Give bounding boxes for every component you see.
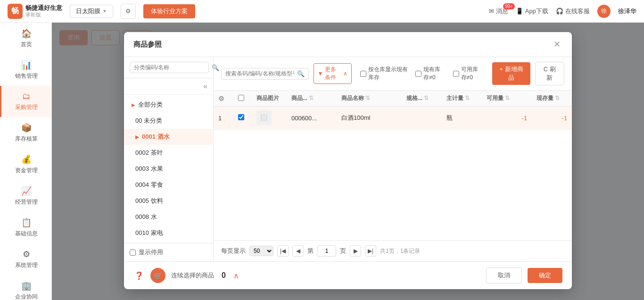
sidebar-item-system[interactable]: ⚙ 系统管理: [0, 243, 51, 275]
category-item-label: 全部分类: [138, 100, 163, 109]
warehouse-checkbox-input[interactable]: [360, 71, 366, 77]
sidebar-item-enterprise[interactable]: 🏢 企业协同: [0, 275, 51, 300]
sidebar-item-home[interactable]: 🏠 首页: [0, 23, 51, 54]
sidebar-item-inventory[interactable]: 📦 库存核算: [0, 117, 51, 149]
cancel-button[interactable]: 取消: [486, 267, 522, 283]
category-item-label: 0005 饮料: [135, 197, 163, 205]
category-item-unclassified[interactable]: 00 未分类: [124, 113, 213, 129]
show-disabled-checkbox[interactable]: [130, 250, 136, 256]
category-item-water[interactable]: 0008 水: [124, 209, 213, 225]
sidebar-item-label: 采购管理: [15, 103, 38, 111]
row-checkbox[interactable]: [233, 107, 251, 130]
search-icon[interactable]: 🔍: [297, 70, 305, 77]
sidebar-item-sales[interactable]: 📊 销售管理: [0, 54, 51, 86]
org-selector[interactable]: 日太阳膜 ▼: [70, 5, 113, 18]
filter-button[interactable]: ▼ 更多条件 ∧: [314, 63, 352, 84]
avail-gt0-input[interactable]: [453, 71, 459, 77]
avail-gt0-checkbox[interactable]: 可用库存≠0: [453, 66, 483, 82]
message-icon: ✉: [489, 8, 494, 15]
category-item-appliances[interactable]: 0010 家电: [124, 225, 213, 241]
last-page-button[interactable]: ▶|: [365, 245, 376, 257]
row-product-name: 白酒100ml: [337, 107, 402, 130]
help-icon[interactable]: ❓: [133, 270, 145, 281]
stock-gt0-input[interactable]: [415, 71, 421, 77]
warehouse-display-checkbox[interactable]: 按仓库显示现有库存: [360, 66, 408, 82]
category-item-drinks[interactable]: 0005 饮料: [124, 193, 213, 209]
category-item-label: 0003 水果: [135, 165, 163, 173]
product-search-input[interactable]: [225, 70, 294, 77]
category-item-all[interactable]: ▶ 全部分类: [124, 97, 213, 113]
page-number-input[interactable]: [317, 245, 336, 257]
row-select-checkbox[interactable]: [238, 114, 244, 120]
th-product-spec[interactable]: 规格...: [402, 91, 442, 107]
sidebar-item-basic-info[interactable]: 📋 基础信息: [0, 212, 51, 243]
next-page-button[interactable]: ▶: [350, 245, 361, 257]
filter-icon: ▼: [318, 70, 323, 77]
modal-footer: ❓ 🛒 连续选择的商品 0 ∧ 取消 确定: [124, 261, 572, 289]
trial-button[interactable]: 体验行业方案: [143, 4, 195, 18]
th-available-qty[interactable]: 可用量: [482, 91, 532, 107]
th-checkbox[interactable]: [233, 91, 251, 107]
sales-icon: 📊: [21, 60, 32, 70]
avatar[interactable]: 徐: [597, 5, 611, 18]
modal-body: 🔍 « ▶ 全部分类 00 未分类: [124, 57, 572, 261]
row-product-unit: 瓶: [442, 107, 482, 130]
sidebar: 🏠 首页 📊 销售管理 🗂 采购管理 📦 库存核算 💰 资金管理 📈 经营管理 …: [0, 23, 52, 300]
first-page-button[interactable]: |◀: [277, 245, 289, 257]
sidebar-item-operations[interactable]: 📈 经营管理: [0, 180, 51, 212]
sidebar-item-purchase[interactable]: 🗂 采购管理: [0, 86, 51, 117]
th-product-unit[interactable]: 主计量: [442, 91, 482, 107]
messages-button[interactable]: ✉ 消息 99+: [489, 7, 508, 16]
app-download-button[interactable]: 📱 App下载: [516, 7, 548, 16]
arrow-icon: ▶: [132, 102, 135, 108]
modal-overlay: 商品参照 ✕ 🔍 «: [52, 23, 644, 300]
chevron-up-icon: ∧: [343, 70, 347, 77]
category-item-snacks[interactable]: 0004 零食: [124, 177, 213, 193]
modal-close-button[interactable]: ✕: [551, 39, 562, 50]
category-item-tea[interactable]: 0002 茶叶: [124, 145, 213, 161]
customer-service-button[interactable]: 🎧 在线客服: [556, 7, 590, 16]
stock-gt0-label: 现有库存≠0: [423, 66, 445, 82]
headset-icon: 🎧: [556, 8, 563, 15]
selected-product-count: 0: [222, 271, 226, 280]
table-row[interactable]: 1 🖼: [214, 107, 572, 130]
table-settings-icon[interactable]: ⚙: [218, 95, 224, 102]
prev-page-button[interactable]: ◀: [292, 245, 304, 257]
show-disabled-label[interactable]: 显示停用: [130, 248, 207, 257]
row-product-code: 000600...: [287, 107, 337, 130]
logo-text: 畅捷通好生意 掌柜版: [25, 4, 62, 18]
th-settings[interactable]: ⚙: [214, 91, 233, 107]
product-thumbnail: 🖼: [256, 110, 272, 125]
confirm-button[interactable]: 确定: [528, 268, 562, 283]
page-size-label: 每页显示: [221, 247, 246, 255]
modal-title: 商品参照: [133, 40, 162, 49]
category-search-input[interactable]: [130, 62, 209, 73]
finance-icon: 💰: [21, 154, 32, 165]
collapse-cart-button[interactable]: ∧: [233, 271, 239, 280]
select-all-checkbox[interactable]: [238, 95, 244, 101]
th-stock-qty[interactable]: 现存量: [532, 91, 572, 107]
stock-gt0-checkbox[interactable]: 现有库存≠0: [415, 66, 445, 82]
sidebar-item-label: 首页: [21, 41, 32, 49]
category-item-fruit[interactable]: 0003 水果: [124, 161, 213, 177]
category-item-wine[interactable]: ▶ 0001 酒水: [124, 129, 213, 145]
th-product-code[interactable]: 商品...: [287, 91, 337, 107]
sidebar-item-label: 经营管理: [15, 198, 38, 206]
settings-button[interactable]: ⚙: [121, 4, 136, 19]
navbar: 畅 畅捷通好生意 掌柜版 日太阳膜 ▼ ⚙ 体验行业方案 ✉ 消息 99+ 📱 …: [0, 0, 644, 23]
main-layout: 🏠 首页 📊 销售管理 🗂 采购管理 📦 库存核算 💰 资金管理 📈 经营管理 …: [0, 23, 644, 300]
cart-button[interactable]: 🛒: [150, 268, 165, 283]
sidebar-item-label: 资金管理: [15, 167, 38, 175]
category-collapse-button[interactable]: «: [124, 78, 213, 95]
row-num: 1: [214, 107, 233, 130]
category-item-label: 0002 茶叶: [135, 149, 163, 157]
th-product-name[interactable]: 商品名称: [337, 91, 402, 107]
add-product-button[interactable]: + 新增商品: [492, 62, 530, 85]
product-toolbar: 🔍 ▼ 更多条件 ∧ 按仓库显示现有库存: [214, 57, 572, 91]
cart-icon: 🛒: [153, 271, 163, 280]
page-size-select[interactable]: 50 100 200: [249, 246, 273, 256]
refresh-button[interactable]: C 刷新: [535, 62, 564, 85]
sidebar-item-finance[interactable]: 💰 资金管理: [0, 149, 51, 180]
product-table: ⚙ 商品图片 商品... 商品名称 规格...: [214, 91, 572, 130]
category-list: ▶ 全部分类 00 未分类 ▶ 0001 酒水 0002 茶: [124, 95, 213, 243]
